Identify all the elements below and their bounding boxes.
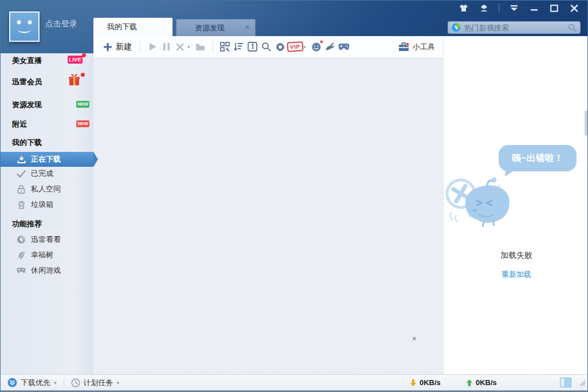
downloading-icon — [17, 155, 26, 164]
tab-resource-discovery[interactable]: 资源发现 × — [176, 19, 256, 36]
close-icon[interactable] — [569, 3, 579, 13]
small-tools-label: 小工具 — [413, 42, 435, 52]
resize-grip[interactable] — [579, 379, 586, 388]
lock-icon — [17, 185, 26, 194]
clock-icon — [71, 378, 80, 387]
thunder-logo-icon — [452, 23, 461, 32]
gift-icon — [67, 72, 82, 89]
sidebar-section-my-downloads: 我的下载 — [1, 135, 93, 150]
open-folder-icon[interactable] — [194, 40, 207, 54]
scheduled-tasks-button[interactable]: 计划任务 ▾ — [71, 378, 120, 388]
delete-task-icon[interactable] — [173, 40, 187, 54]
kankan-player-icon — [17, 235, 26, 244]
pause-task-icon[interactable] — [159, 40, 173, 54]
window-controls — [458, 3, 579, 13]
sidebar-item-private-space[interactable]: 私人空间 — [1, 182, 93, 197]
skin-icon[interactable] — [458, 3, 469, 13]
error-mascot — [444, 159, 530, 230]
priority-mode-icon — [7, 378, 17, 387]
sidebar-item-downloading[interactable]: 正在下载 — [1, 152, 93, 167]
gamepad-icon — [17, 266, 26, 275]
window-controls-divider — [499, 4, 499, 13]
download-speed: 0KB/s — [410, 378, 441, 387]
login-link[interactable]: 点击登录 — [45, 19, 77, 29]
vip-label: VIP — [287, 41, 303, 52]
small-tools-button[interactable]: 小工具 — [398, 42, 435, 52]
tab-label: 我的下载 — [107, 22, 137, 32]
up-arrow-icon — [466, 379, 473, 387]
notification-dot — [81, 73, 85, 77]
sidebar-item-completed[interactable]: 已完成 — [1, 166, 93, 181]
upload-speed-value: 0KB/s — [476, 378, 497, 387]
new-task-button[interactable]: 新建 — [100, 42, 135, 52]
priority-caret-icon: ▾ — [54, 380, 57, 386]
new-badge-green: NEW — [76, 101, 89, 108]
download-toolbar: 新建 ▾ VIP — [93, 36, 443, 58]
download-speed-value: 0KB/s — [420, 378, 441, 387]
search-icon[interactable] — [568, 23, 577, 32]
settings-gear-icon[interactable] — [273, 40, 287, 54]
avatar[interactable] — [9, 11, 40, 42]
vip-accelerate-icon[interactable]: VIP — [287, 40, 303, 54]
leaf-icon — [17, 250, 26, 260]
minimize-icon[interactable] — [529, 3, 539, 13]
sidebar-item-trash[interactable]: 垃圾箱 — [1, 197, 93, 212]
upload-speed: 0KB/s — [466, 378, 497, 387]
scheduled-tasks-label: 计划任务 — [84, 378, 113, 388]
banner-close-icon[interactable]: × — [412, 334, 417, 343]
sidebar-item-kankan[interactable]: 迅雷看看 — [1, 232, 93, 247]
xunlei-window: 点击登录 我的下载 资源发现 × 新建 — [0, 0, 588, 392]
selected-item-arrow — [93, 152, 98, 167]
view-mode-icon[interactable] — [218, 40, 232, 54]
video-search-bar[interactable] — [448, 21, 581, 34]
status-bar: 下载优先 ▾ 计划任务 ▾ 0KB/s 0KB/s — [1, 374, 588, 390]
swallow-bird-icon[interactable] — [323, 40, 337, 54]
sort-icon[interactable] — [232, 40, 246, 54]
tab-strip: 我的下载 资源发现 × — [93, 18, 256, 36]
vip-options-caret[interactable]: ▾ — [303, 44, 306, 50]
sidebar-item-nearby[interactable]: 附近 NEW — [1, 117, 93, 132]
task-limit-icon[interactable] — [246, 40, 260, 54]
notification-dot — [406, 42, 409, 46]
support-icon[interactable] — [479, 3, 489, 13]
trash-icon — [17, 200, 26, 209]
new-badge-red: NEW — [76, 120, 89, 127]
sidebar-item-happy-tree[interactable]: 幸福树 — [1, 248, 93, 262]
minimize-to-tray-icon[interactable] — [509, 3, 519, 13]
new-task-label: 新建 — [116, 42, 132, 52]
toolbox-icon — [398, 42, 409, 52]
delete-options-caret[interactable]: ▾ — [187, 44, 190, 50]
download-list-area: × — [93, 58, 443, 374]
sidebar-section-recommended: 功能推荐 — [1, 217, 93, 232]
panel-scrollbar-thumb[interactable] — [585, 111, 587, 136]
anime-face-icon[interactable] — [309, 40, 323, 54]
plus-icon — [103, 42, 112, 52]
load-failed-text: 加载失败 — [444, 250, 588, 261]
filter-search-icon[interactable] — [260, 40, 273, 54]
notification-dot — [82, 53, 86, 57]
sidebar: 美女直播 LIVE 迅雷会员 资源发现 NEW 附近 NEW 我的下载 正 — [1, 53, 93, 374]
tab-my-downloads[interactable]: 我的下载 — [93, 18, 173, 36]
side-panel-toggle[interactable] — [560, 378, 571, 387]
start-task-icon[interactable] — [146, 40, 159, 54]
tab-label: 资源发现 — [195, 23, 225, 33]
sidebar-item-casual-games[interactable]: 休闲游戏 — [1, 263, 93, 278]
down-arrow-icon — [410, 379, 417, 387]
schedule-caret-icon: ▾ — [117, 380, 120, 386]
tab-close-icon[interactable]: × — [245, 23, 249, 31]
notification-dot — [320, 40, 323, 44]
sidebar-item-vip-member[interactable]: 迅雷会员 — [1, 75, 93, 89]
games-gamepad-icon[interactable] — [337, 40, 351, 54]
retry-link[interactable]: 重新加载 — [444, 269, 588, 280]
priority-mode-label: 下载优先 — [21, 378, 50, 388]
sidebar-item-resource-discovery[interactable]: 资源发现 NEW — [1, 97, 93, 112]
maximize-icon[interactable] — [549, 3, 559, 13]
recommendation-panel: 咦~出错啦！ 加载失败 重新加载 — [443, 36, 588, 374]
sidebar-item-live-show[interactable]: 美女直播 LIVE — [1, 53, 93, 68]
live-badge: LIVE — [68, 56, 83, 64]
download-priority-selector[interactable]: 下载优先 ▾ — [7, 378, 57, 388]
search-input[interactable] — [464, 23, 565, 32]
check-icon — [17, 169, 26, 178]
